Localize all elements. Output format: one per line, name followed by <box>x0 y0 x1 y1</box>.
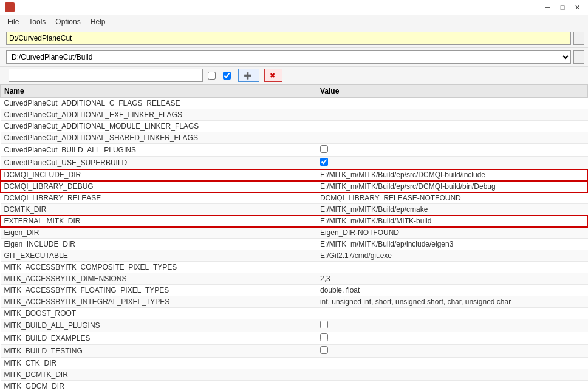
cell-variable-value[interactable] <box>316 319 587 332</box>
search-input[interactable] <box>9 69 203 82</box>
table-row[interactable]: MITK_BUILD_EXAMPLES <box>1 332 588 345</box>
plus-icon: ➕ <box>244 72 252 80</box>
cell-variable-value: E:/Git2.17/cmd/git.exe <box>316 250 587 262</box>
source-toolbar <box>0 29 588 48</box>
cell-variable-value: double, float <box>316 285 587 296</box>
cell-variable-name: CurvedPlaneCut_ADDITIONAL_SHARED_LINKER_… <box>1 132 316 144</box>
cell-variable-name: Eigen_DIR <box>1 227 316 239</box>
cell-variable-value <box>316 358 587 369</box>
table-row[interactable]: DCMTK_DIRE:/MITK_m/MITK/Build/ep/cmake <box>1 204 588 216</box>
cell-variable-name: MITK_GDCM_DIR <box>1 381 316 392</box>
cell-variable-name: CurvedPlaneCut_ADDITIONAL_EXE_LINKER_FLA… <box>1 109 316 121</box>
cell-variable-name: MITK_ACCESSBYITK_DIMENSIONS <box>1 273 316 285</box>
table-row[interactable]: MITK_BOOST_ROOT <box>1 308 588 319</box>
cell-variable-value <box>316 381 587 392</box>
table-row[interactable]: Eigen_INCLUDE_DIRE:/MITK_m/MITK/Build/ep… <box>1 239 588 250</box>
remove-icon: ✖ <box>270 72 275 80</box>
cell-variable-value <box>316 121 587 132</box>
cell-variable-name: GIT_EXECUTABLE <box>1 250 316 262</box>
cell-variable-value <box>316 109 587 121</box>
maximize-button[interactable]: □ <box>556 2 569 12</box>
table-row[interactable]: MITK_DCMTK_DIR <box>1 369 588 381</box>
cell-variable-name: MITK_BUILD_ALL_PLUGINS <box>1 319 316 332</box>
variable-checkbox[interactable] <box>320 333 328 341</box>
cell-variable-name: MITK_ACCESSBYITK_COMPOSITE_PIXEL_TYPES <box>1 262 316 273</box>
table-row[interactable]: MITK_BUILD_TESTING <box>1 345 588 358</box>
cell-variable-value <box>316 132 587 144</box>
table-row[interactable]: MITK_ACCESSBYITK_DIMENSIONS2,3 <box>1 273 588 285</box>
header-value: Value <box>316 85 587 98</box>
cell-variable-value <box>316 262 587 273</box>
advanced-checkbox-group <box>223 72 233 80</box>
menu-help[interactable]: Help <box>86 16 111 27</box>
cell-variable-name: CurvedPlaneCut_USE_SUPERBUILD <box>1 157 316 169</box>
variable-checkbox[interactable] <box>320 158 328 166</box>
table-row[interactable]: MITK_ACCESSBYITK_INTEGRAL_PIXEL_TYPESint… <box>1 296 588 308</box>
table-row[interactable]: MITK_ACCESSBYITK_COMPOSITE_PIXEL_TYPES <box>1 262 588 273</box>
cmake-table: Name Value CurvedPlaneCut_ADDITIONAL_C_F… <box>0 84 588 391</box>
minimize-button[interactable]: ─ <box>542 2 554 12</box>
cell-variable-name: MITK_ACCESSBYITK_FLOATING_PIXEL_TYPES <box>1 285 316 296</box>
close-button[interactable]: ✕ <box>571 2 583 12</box>
menu-bar: File Tools Options Help <box>0 15 588 29</box>
browse-source-button[interactable] <box>573 32 584 45</box>
search-bar: ➕ ✖ <box>0 67 588 84</box>
add-entry-button[interactable]: ➕ <box>238 69 259 82</box>
cell-variable-name: DCMQI_LIBRARY_DEBUG <box>1 181 316 192</box>
table-row[interactable]: CurvedPlaneCut_BUILD_ALL_PLUGINS <box>1 144 588 157</box>
cell-variable-value: E:/MITK_m/MITK/Build/ep/include/eigen3 <box>316 239 587 250</box>
grouped-checkbox[interactable] <box>208 72 216 80</box>
table-row[interactable]: EXTERNAL_MITK_DIRE:/MITK_m/MITK/Build/MI… <box>1 216 588 227</box>
cell-variable-value[interactable] <box>316 345 587 358</box>
cell-variable-value: E:/MITK_m/MITK/Build/MITK-build <box>316 216 587 227</box>
menu-file[interactable]: File <box>2 16 24 27</box>
cell-variable-value <box>316 308 587 319</box>
table-row[interactable]: CurvedPlaneCut_ADDITIONAL_C_FLAGS_RELEAS… <box>1 98 588 109</box>
menu-options[interactable]: Options <box>50 16 85 27</box>
cell-variable-name: EXTERNAL_MITK_DIR <box>1 216 316 227</box>
build-toolbar: D:/CurvedPlaneCut/Build <box>0 48 588 67</box>
cell-variable-value: E:/MITK_m/MITK/Build/ep/src/DCMQI-build/… <box>316 181 587 192</box>
cell-variable-value: DCMQI_LIBRARY_RELEASE-NOTFOUND <box>316 192 587 204</box>
table-row[interactable]: CurvedPlaneCut_ADDITIONAL_EXE_LINKER_FLA… <box>1 109 588 121</box>
source-input[interactable] <box>6 32 571 45</box>
menu-tools[interactable]: Tools <box>24 16 50 27</box>
table-row[interactable]: MITK_CTK_DIR <box>1 358 588 369</box>
cell-variable-name: CurvedPlaneCut_ADDITIONAL_C_FLAGS_RELEAS… <box>1 98 316 109</box>
cell-variable-value: int, unsigned int, short, unsigned short… <box>316 296 587 308</box>
variable-checkbox[interactable] <box>320 321 328 328</box>
cell-variable-name: CurvedPlaneCut_ADDITIONAL_MODULE_LINKER_… <box>1 121 316 132</box>
table-row[interactable]: DCMQI_LIBRARY_RELEASEDCMQI_LIBRARY_RELEA… <box>1 192 588 204</box>
build-select[interactable]: D:/CurvedPlaneCut/Build <box>6 50 571 64</box>
cell-variable-value[interactable] <box>316 144 587 157</box>
app-logo <box>5 2 15 12</box>
table-row[interactable]: GIT_EXECUTABLEE:/Git2.17/cmd/git.exe <box>1 250 588 262</box>
header-name: Name <box>1 85 316 98</box>
title-bar: ─ □ ✕ <box>0 0 588 15</box>
cell-variable-name: CurvedPlaneCut_BUILD_ALL_PLUGINS <box>1 144 316 157</box>
table-row[interactable]: MITK_ACCESSBYITK_FLOATING_PIXEL_TYPESdou… <box>1 285 588 296</box>
table-row[interactable]: MITK_BUILD_ALL_PLUGINS <box>1 319 588 332</box>
table-row[interactable]: CurvedPlaneCut_USE_SUPERBUILD <box>1 157 588 169</box>
cell-variable-value[interactable] <box>316 332 587 345</box>
remove-entry-button[interactable]: ✖ <box>264 69 282 82</box>
table-row[interactable]: MITK_GDCM_DIR <box>1 381 588 392</box>
table-row[interactable]: DCMQI_LIBRARY_DEBUGE:/MITK_m/MITK/Build/… <box>1 181 588 192</box>
variable-checkbox[interactable] <box>320 145 328 153</box>
table-row[interactable]: CurvedPlaneCut_ADDITIONAL_MODULE_LINKER_… <box>1 121 588 132</box>
table-row[interactable]: CurvedPlaneCut_ADDITIONAL_SHARED_LINKER_… <box>1 132 588 144</box>
browse-build-button[interactable] <box>573 50 584 64</box>
cell-variable-value: E:/MITK_m/MITK/Build/ep/src/DCMQI-build/… <box>316 169 587 181</box>
window-controls: ─ □ ✕ <box>542 2 583 12</box>
grouped-checkbox-group <box>208 72 218 80</box>
cell-variable-value[interactable] <box>316 157 587 169</box>
table-row[interactable]: Eigen_DIREigen_DIR-NOTFOUND <box>1 227 588 239</box>
advanced-checkbox[interactable] <box>223 72 231 80</box>
cell-variable-name: MITK_CTK_DIR <box>1 358 316 369</box>
cell-variable-value <box>316 369 587 381</box>
cell-variable-value: 2,3 <box>316 273 587 285</box>
variable-checkbox[interactable] <box>320 346 328 354</box>
cell-variable-name: MITK_BOOST_ROOT <box>1 308 316 319</box>
table-row[interactable]: DCMQI_INCLUDE_DIRE:/MITK_m/MITK/Build/ep… <box>1 169 588 181</box>
cell-variable-name: MITK_ACCESSBYITK_INTEGRAL_PIXEL_TYPES <box>1 296 316 308</box>
